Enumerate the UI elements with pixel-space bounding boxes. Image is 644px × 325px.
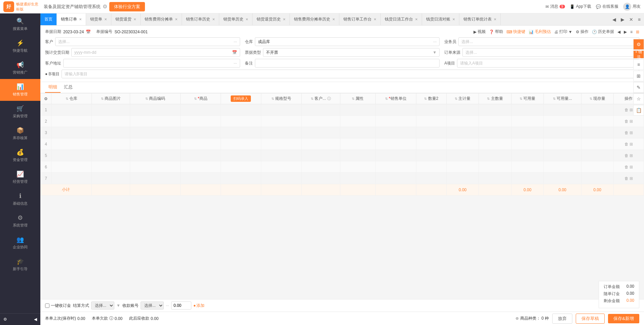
row-2-main-qty[interactable]	[479, 116, 511, 127]
sidebar-item-basic[interactable]: ℹ 基础信息	[0, 188, 40, 210]
row-6-avail2[interactable]	[544, 161, 581, 173]
sidebar-item-sales[interactable]: 📊 销售管理	[0, 79, 40, 101]
row-6-stock[interactable]	[581, 161, 613, 173]
th-code[interactable]: ⇅ 商品编码	[130, 93, 181, 104]
add-receipt-btn[interactable]: ● 添加	[193, 303, 204, 309]
order-source-input[interactable]: 选择... ▼	[462, 48, 639, 57]
sidebar-item-system[interactable]: ⚙ 系统管理	[0, 210, 40, 232]
tab-sales-return[interactable]: 销货退货 ✕	[111, 13, 141, 26]
tab-close-expense-history[interactable]: ✕	[332, 17, 335, 21]
b-project-input[interactable]: 请输入B项目	[62, 70, 639, 78]
th-attr[interactable]: ⇅ 属性	[340, 93, 375, 104]
tab-summary[interactable]: 汇总	[61, 82, 76, 93]
row-4-avail2[interactable]	[544, 138, 581, 150]
payment-select[interactable]: 选择...	[91, 301, 114, 310]
row-6-img[interactable]	[91, 161, 130, 173]
row-4-attr[interactable]	[340, 138, 375, 150]
new-form-btn[interactable]: ⊞	[636, 30, 639, 34]
customer-dots-icon[interactable]: ···	[234, 39, 237, 44]
row-6-attr[interactable]	[340, 161, 375, 173]
tab-prev-btn[interactable]: ◀	[610, 16, 618, 23]
row-2-qty2[interactable]	[416, 116, 446, 127]
row-2-img[interactable]	[91, 116, 130, 127]
row-7-avail2[interactable]	[544, 173, 581, 184]
row-7-stock[interactable]	[581, 173, 613, 184]
row-2-code[interactable]	[130, 116, 181, 127]
row-1-name[interactable]	[181, 104, 221, 116]
row-5-scan[interactable]	[221, 150, 261, 161]
th-settings[interactable]: ⚙	[41, 93, 51, 104]
row-3-name[interactable]	[181, 127, 221, 138]
row-1-qty2[interactable]	[416, 104, 446, 116]
row-6-scan[interactable]	[221, 161, 261, 173]
tab-close-return-history[interactable]: ✕	[283, 17, 286, 21]
row-6-delete-icon[interactable]: 🗑	[624, 165, 629, 169]
row-5-avail[interactable]	[511, 150, 543, 161]
row-7-code[interactable]	[130, 173, 181, 184]
float-list-icon[interactable]: ≡	[633, 59, 644, 70]
row-4-main-unit[interactable]	[446, 138, 479, 150]
tab-close-sales-order-history[interactable]: ✕	[212, 17, 215, 21]
discard-button[interactable]: 放弃	[552, 314, 572, 324]
row-2-scan[interactable]	[221, 116, 261, 127]
table-scroll-wrap[interactable]: ⚙ ⇅ 仓库 ⇅ 商品图片 ⇅ 商品编码 ⇅ *商品 扫码录入 ⇅ 规格型号 ⇅…	[40, 93, 644, 299]
row-7-scan[interactable]	[221, 173, 261, 184]
row-6-copy-icon[interactable]: ⊞	[630, 165, 633, 169]
shortcut-btn[interactable]: ⌨ 快捷键	[506, 29, 525, 35]
row-3-code[interactable]	[130, 127, 181, 138]
tab-expense-history[interactable]: 销售费用分摊单历史 ✕	[290, 13, 339, 26]
row-6-warehouse[interactable]	[51, 161, 92, 173]
add-logistics-btn[interactable]: + 物流	[633, 50, 644, 58]
invoice-select[interactable]: 不开票 ▼	[263, 48, 440, 57]
row-1-attr[interactable]	[340, 104, 375, 116]
one-click-checkout-checkbox[interactable]	[45, 303, 49, 308]
row-6-spec[interactable]	[261, 161, 301, 173]
operation-btn[interactable]: ⚙ 操作	[576, 29, 589, 35]
tab-close-cash-reconcile[interactable]: ✕	[452, 17, 455, 21]
row-5-img[interactable]	[91, 150, 130, 161]
sidebar-item-finance[interactable]: 💰 资金管理	[0, 145, 40, 166]
row-4-ops[interactable]: 🗑 ⊞	[613, 138, 644, 150]
tab-order-workbench[interactable]: 销售订单工作台 ✕	[339, 13, 381, 26]
nav-left-btn[interactable]: ◀	[617, 30, 620, 34]
order-no-value[interactable]: SO-20230324-001	[114, 30, 148, 34]
row-7-img[interactable]	[91, 173, 130, 184]
th-avail[interactable]: ⇅ 可用量	[511, 93, 543, 104]
payment-dots-icon[interactable]: ▼	[116, 303, 120, 308]
print-btn[interactable]: 🖨 打印 ▼	[554, 29, 572, 35]
row-5-attr[interactable]	[340, 150, 375, 161]
user-item[interactable]: 👤 用友	[623, 3, 641, 11]
float-grid-icon[interactable]: ⊞	[633, 71, 644, 81]
th-qty2[interactable]: ⇅ 数量2	[416, 93, 446, 104]
sidebar-item-enterprise[interactable]: 👥 企业协同	[0, 232, 40, 254]
tab-sales-order[interactable]: 销售订单 ✕	[57, 13, 86, 26]
tab-close-invoice-history[interactable]: ✕	[245, 17, 248, 21]
row-1-copy-icon[interactable]: ⊞	[630, 108, 633, 112]
row-2-main-unit[interactable]	[446, 116, 479, 127]
th-name[interactable]: ⇅ *商品	[181, 93, 221, 104]
row-3-img[interactable]	[91, 127, 130, 138]
scan-button[interactable]: 扫码录入	[231, 95, 251, 102]
row-5-code[interactable]	[130, 150, 181, 161]
a-project-input[interactable]: 请输入A项目	[457, 59, 639, 68]
row-1-avail2[interactable]	[544, 104, 581, 116]
row-6-ops[interactable]: 🗑 ⊞	[613, 161, 644, 173]
tab-sales-invoice[interactable]: 销货单 ✕	[86, 13, 111, 26]
th-main-unit[interactable]: ⇅ 主计量	[446, 93, 479, 104]
row-6-avail[interactable]	[511, 161, 543, 173]
row-5-customer[interactable]	[301, 150, 340, 161]
row-2-name[interactable]	[181, 116, 221, 127]
row-1-scan[interactable]	[221, 104, 261, 116]
row-6-qty2[interactable]	[416, 161, 446, 173]
app-download-item[interactable]: 📱 App下载	[570, 4, 591, 9]
row-7-name[interactable]	[181, 173, 221, 184]
tab-sales-expense[interactable]: 销售费用分摊单 ✕	[141, 13, 182, 26]
date-value[interactable]: 2023-03-24	[63, 30, 84, 34]
float-edit-icon[interactable]: ✎	[633, 82, 644, 93]
row-4-spec[interactable]	[261, 138, 301, 150]
row-7-copy-icon[interactable]: ⊞	[630, 176, 633, 181]
row-7-main-qty[interactable]	[479, 173, 511, 184]
list-view-btn[interactable]: ≡	[630, 30, 633, 34]
row-3-main-unit[interactable]	[446, 127, 479, 138]
row-4-unit[interactable]	[375, 138, 416, 150]
